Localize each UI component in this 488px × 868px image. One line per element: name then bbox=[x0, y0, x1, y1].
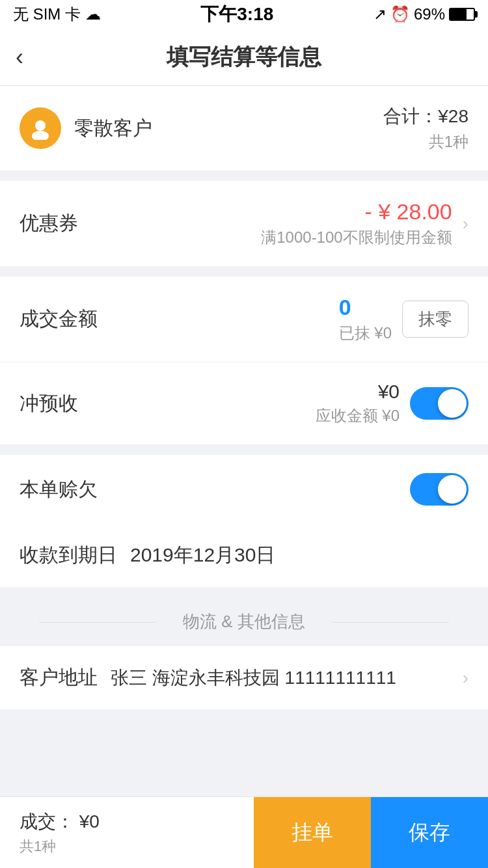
address-chevron-icon: › bbox=[463, 668, 468, 688]
coupon-value-block: - ¥ 28.00 满1000-100不限制使用金额 bbox=[261, 199, 452, 248]
logistics-label: 物流 & 其他信息 bbox=[183, 612, 305, 631]
transaction-sub: 已抹 ¥0 bbox=[339, 323, 392, 344]
customer-left: 零散客户 bbox=[20, 107, 152, 149]
customer-section: 零散客户 合计：¥28 共1种 bbox=[0, 86, 488, 170]
coupon-row[interactable]: 优惠券 - ¥ 28.00 满1000-100不限制使用金额 › bbox=[0, 181, 488, 266]
prepayment-value-block: ¥0 应收金额 ¥0 bbox=[316, 381, 400, 426]
transaction-value: 0 bbox=[339, 295, 392, 320]
toggle-knob bbox=[438, 389, 467, 418]
page-title: 填写结算等信息 bbox=[167, 42, 321, 72]
coupon-note: 满1000-100不限制使用金额 bbox=[261, 227, 452, 248]
prepayment-right: ¥0 应收金额 ¥0 bbox=[316, 381, 468, 426]
customer-count: 共1种 bbox=[383, 131, 468, 152]
address-label: 客户地址 bbox=[20, 664, 98, 691]
transaction-row: 成交金额 0 已抹 ¥0 抹零 bbox=[0, 277, 488, 362]
customer-name: 零散客户 bbox=[74, 115, 152, 142]
transaction-right: 0 已抹 ¥0 抹零 bbox=[339, 295, 468, 344]
bottom-info: 成交： ¥0 共1种 bbox=[0, 797, 254, 868]
coupon-label: 优惠券 bbox=[20, 210, 78, 237]
due-date-row: 收款到期日 2019年12月30日 bbox=[0, 524, 488, 587]
credit-toggle[interactable] bbox=[410, 473, 468, 506]
transaction-section: 成交金额 0 已抹 ¥0 抹零 冲预收 ¥0 应收金额 ¥0 bbox=[0, 277, 488, 444]
save-button[interactable]: 保存 bbox=[371, 797, 488, 868]
credit-row: 本单赊欠 bbox=[0, 455, 488, 524]
svg-point-0 bbox=[35, 120, 46, 131]
location-icon: ↗ bbox=[373, 5, 386, 23]
nav-bar: ‹ 填写结算等信息 bbox=[0, 29, 488, 86]
status-left: 无 SIM 卡 ☁ bbox=[13, 4, 101, 25]
customer-total: 合计：¥28 bbox=[383, 104, 468, 129]
address-section: 客户地址 张三 海淀永丰科技园 11111111111 › bbox=[0, 646, 488, 709]
bottom-bar: 成交： ¥0 共1种 挂单 保存 bbox=[0, 796, 488, 868]
bottom-deal-count: 共1种 bbox=[20, 837, 234, 856]
chevron-right-icon: › bbox=[463, 213, 468, 234]
sim-status: 无 SIM 卡 ☁ bbox=[13, 4, 101, 25]
hang-order-button[interactable]: 挂单 bbox=[254, 797, 371, 868]
transaction-label: 成交金额 bbox=[20, 306, 98, 332]
prepayment-row: 冲预收 ¥0 应收金额 ¥0 bbox=[0, 362, 488, 444]
alarm-icon: ⏰ bbox=[390, 5, 410, 23]
logistics-divider: 物流 & 其他信息 bbox=[0, 597, 488, 646]
battery-icon bbox=[449, 8, 475, 21]
coupon-section: 优惠券 - ¥ 28.00 满1000-100不限制使用金额 › bbox=[0, 181, 488, 266]
credit-section: 本单赊欠 收款到期日 2019年12月30日 bbox=[0, 455, 488, 587]
prepayment-sub: 应收金额 ¥0 bbox=[316, 405, 400, 426]
due-date-label: 收款到期日 bbox=[20, 542, 117, 569]
due-date-value: 2019年12月30日 bbox=[130, 542, 275, 569]
coupon-discount: - ¥ 28.00 bbox=[261, 199, 452, 224]
svg-point-1 bbox=[32, 131, 49, 140]
avatar bbox=[20, 107, 61, 149]
status-time: 下午3:18 bbox=[200, 2, 273, 27]
address-row[interactable]: 客户地址 张三 海淀永丰科技园 11111111111 › bbox=[0, 646, 488, 709]
credit-toggle-knob bbox=[438, 475, 467, 504]
prepayment-toggle[interactable] bbox=[410, 387, 468, 420]
prepayment-label: 冲预收 bbox=[20, 390, 78, 417]
round-down-button[interactable]: 抹零 bbox=[402, 301, 468, 338]
content: 零散客户 合计：¥28 共1种 优惠券 - ¥ 28.00 满1000-100不… bbox=[0, 86, 488, 868]
status-right: ↗ ⏰ 69% bbox=[373, 5, 475, 23]
address-value: 张三 海淀永丰科技园 11111111111 bbox=[111, 666, 463, 690]
customer-right: 合计：¥28 共1种 bbox=[383, 104, 468, 152]
credit-right bbox=[410, 473, 468, 506]
back-button[interactable]: ‹ bbox=[16, 44, 23, 71]
customer-row: 零散客户 合计：¥28 共1种 bbox=[0, 86, 488, 170]
transaction-value-block: 0 已抹 ¥0 bbox=[339, 295, 392, 344]
bottom-deal-amount: 成交： ¥0 bbox=[20, 809, 234, 834]
coupon-right: - ¥ 28.00 满1000-100不限制使用金额 › bbox=[261, 199, 468, 248]
battery-percent: 69% bbox=[414, 5, 445, 23]
prepayment-value: ¥0 bbox=[316, 381, 400, 403]
credit-label: 本单赊欠 bbox=[20, 476, 98, 503]
status-bar: 无 SIM 卡 ☁ 下午3:18 ↗ ⏰ 69% bbox=[0, 0, 488, 29]
